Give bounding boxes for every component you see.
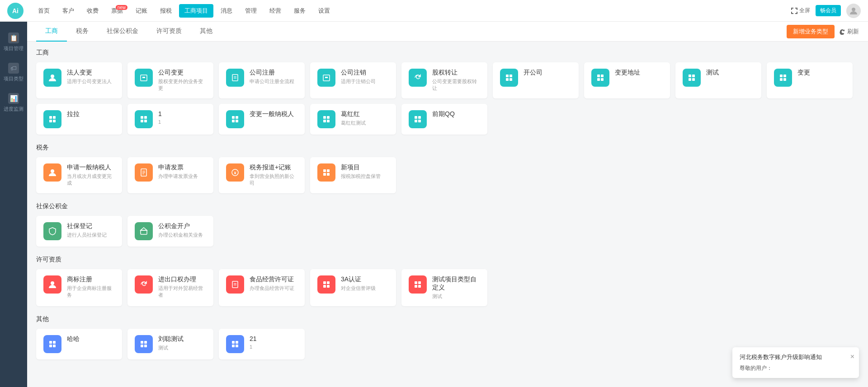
sidebar-icon-0: 📋 (8, 33, 19, 43)
business-card-申请发票[interactable]: 申请发票 办理申请发票业务 (127, 157, 213, 193)
sidebar-item-2[interactable]: 📊 进度监测 (0, 88, 27, 118)
nav-item-记账[interactable]: 记账 (130, 4, 153, 18)
nav-item-客户[interactable]: 客户 (57, 4, 80, 18)
business-card-食品经营许可证[interactable]: 食品经营许可证 办理食品经营许可证 (219, 269, 305, 306)
nav-item-服务[interactable]: 服务 (288, 4, 311, 18)
business-card-葛红红[interactable]: 葛红红 葛红红测试 (310, 104, 396, 135)
business-card-21[interactable]: 21 1 (219, 329, 305, 359)
fullscreen-btn[interactable]: 全屏 (791, 7, 810, 14)
nav-item-经营[interactable]: 经营 (264, 4, 287, 18)
avatar[interactable] (846, 4, 861, 18)
svg-rect-13 (232, 75, 238, 81)
business-card-哈哈[interactable]: 哈哈 (36, 329, 122, 359)
card-name-变更: 变更 (797, 69, 810, 77)
svg-rect-63 (327, 169, 330, 172)
nav-item-管理[interactable]: 管理 (240, 4, 262, 18)
sidebar-item-1[interactable]: 🏷 项目类型 (0, 57, 27, 88)
svg-rect-38 (53, 120, 56, 122)
card-icon-拉拉 (43, 110, 61, 128)
card-icon-前期QQ (409, 110, 427, 128)
business-card-变更地址[interactable]: 变更地址 (584, 62, 670, 98)
business-card-1[interactable]: 1 1 (127, 104, 213, 135)
business-card-测试项目类型自定义[interactable]: 测试项目类型自定义 测试 (401, 269, 487, 306)
tab-社保公积金[interactable]: 社保公积金 (98, 22, 147, 42)
svg-rect-26 (601, 78, 604, 81)
svg-text:¥: ¥ (234, 171, 236, 175)
svg-rect-30 (692, 78, 695, 81)
business-card-测试[interactable]: 测试 (675, 62, 761, 98)
business-card-开公司[interactable]: 开公司 (493, 62, 579, 98)
svg-rect-37 (49, 120, 52, 122)
member-button[interactable]: 畅会员 (816, 5, 841, 16)
card-text-测试项目类型自定义: 测试项目类型自定义 测试 (432, 275, 480, 300)
svg-point-55 (51, 169, 54, 173)
nav-item-工商项目[interactable]: 工商项目 (179, 4, 213, 18)
section-许可资质: 许可资质 商标注册 用于企业商标注册服务 进出口权办理 适用于对外贸易经营者 食… (36, 256, 859, 306)
card-name-社保登记: 社保登记 (67, 222, 107, 230)
business-card-税务报道+记账[interactable]: ¥ 税务报道+记账 拿到营业执照的新公司 (219, 157, 305, 193)
section-title-税务: 税务 (36, 144, 859, 152)
card-icon-商标注册 (43, 275, 61, 294)
tab-税务[interactable]: 税务 (67, 22, 98, 42)
nav-item-设置[interactable]: 设置 (313, 4, 335, 18)
sidebar-label-2: 进度监测 (4, 106, 24, 112)
svg-rect-34 (783, 78, 786, 81)
business-card-公司变更[interactable]: 公司变更 股权变更外的业务变更 (127, 62, 213, 98)
business-card-商标注册[interactable]: 商标注册 用于企业商标注册服务 (36, 269, 122, 306)
business-card-变更[interactable]: 变更 (767, 62, 853, 98)
business-card-股权转让[interactable]: 股权转让 公司变更需要股权转让 (401, 62, 487, 98)
card-desc-公司变更: 股权变更外的业务变更 (158, 78, 206, 92)
svg-rect-77 (418, 281, 421, 284)
card-grid-许可资质: 商标注册 用于企业商标注册服务 进出口权办理 适用于对外贸易经营者 食品经营许可… (36, 269, 859, 306)
card-text-公司注册: 公司注册 申请公司注册全流程 (250, 69, 294, 85)
svg-rect-52 (418, 116, 421, 119)
card-text-拉拉: 拉拉 (67, 110, 80, 118)
card-icon-申请发票 (135, 163, 153, 182)
svg-rect-12 (144, 77, 145, 78)
new-business-type-button[interactable]: 新增业务类型 (787, 25, 835, 38)
business-card-申请一般纳税人[interactable]: 申请一般纳税人 当月或次月成变更完成 (36, 157, 122, 193)
business-card-公司注册[interactable]: 公司注册 申请公司注册全流程 (219, 62, 305, 98)
svg-point-8 (852, 8, 855, 11)
tab-其他[interactable]: 其他 (191, 22, 222, 42)
business-card-新项目[interactable]: 新项目 报税加税控盘保管 (310, 157, 396, 193)
sidebar: 📋 项目管理 🏷 项目类型 📊 进度监测 (0, 22, 27, 387)
refresh-label: 刷新 (847, 28, 859, 36)
business-card-3A认证[interactable]: 3A认证 对企业信誉评级 (310, 269, 396, 306)
card-text-新项目: 新项目 报税加税控盘保管 (341, 163, 381, 180)
card-desc-公积金开户: 办理公积金相关业务 (158, 232, 203, 238)
card-text-测试: 测试 (706, 69, 719, 77)
nav-item-首页[interactable]: 首页 (33, 4, 55, 18)
card-text-刘聪测试: 刘聪测试 测试 (158, 335, 184, 351)
svg-rect-85 (144, 341, 147, 344)
refresh-button[interactable]: 刷新 (839, 28, 859, 36)
svg-rect-69 (232, 281, 238, 288)
card-name-商标注册: 商标注册 (67, 275, 115, 284)
business-card-社保登记[interactable]: 社保登记 进行人员社保登记 (36, 216, 122, 247)
logo[interactable]: Ai (7, 3, 24, 19)
business-card-拉拉[interactable]: 拉拉 (36, 104, 122, 135)
tab-许可资质[interactable]: 许可资质 (147, 22, 191, 42)
business-card-变更一般纳税人[interactable]: 变更一般纳税人 (219, 104, 305, 135)
card-desc-公司注销: 适用于注销公司 (341, 78, 376, 85)
card-name-葛红红: 葛红红 (341, 110, 366, 118)
sidebar-item-0[interactable]: 📋 项目管理 (0, 27, 27, 57)
nav-item-收费[interactable]: 收费 (81, 4, 104, 18)
svg-rect-29 (689, 78, 691, 81)
card-text-公积金开户: 公积金开户 办理公积金相关业务 (158, 222, 203, 238)
nav-item-报税[interactable]: 报税 (155, 4, 177, 18)
svg-rect-42 (144, 120, 147, 122)
top-nav: Ai 首页客户收费票据new记账报税工商项目消息管理经营服务设置 全屏 畅会员 (0, 0, 868, 22)
card-text-3A认证: 3A认证 对企业信誉评级 (341, 275, 376, 292)
nav-item-消息[interactable]: 消息 (215, 4, 238, 18)
business-card-刘聪测试[interactable]: 刘聪测试 测试 (127, 329, 213, 359)
card-text-社保登记: 社保登记 进行人员社保登记 (67, 222, 107, 238)
tab-工商[interactable]: 工商 (36, 22, 67, 42)
business-card-前期QQ[interactable]: 前期QQ (401, 104, 487, 135)
business-card-公积金开户[interactable]: 公积金开户 办理公积金相关业务 (127, 216, 213, 247)
notification-close-button[interactable]: × (850, 351, 854, 363)
business-card-进出口权办理[interactable]: 进出口权办理 适用于对外贸易经营者 (127, 269, 213, 306)
business-card-公司注销[interactable]: 公司注销 适用于注销公司 (310, 62, 396, 98)
business-card-法人变更[interactable]: 法人变更 适用于公司变更法人 (36, 62, 122, 98)
nav-item-票据[interactable]: 票据new (106, 4, 128, 18)
